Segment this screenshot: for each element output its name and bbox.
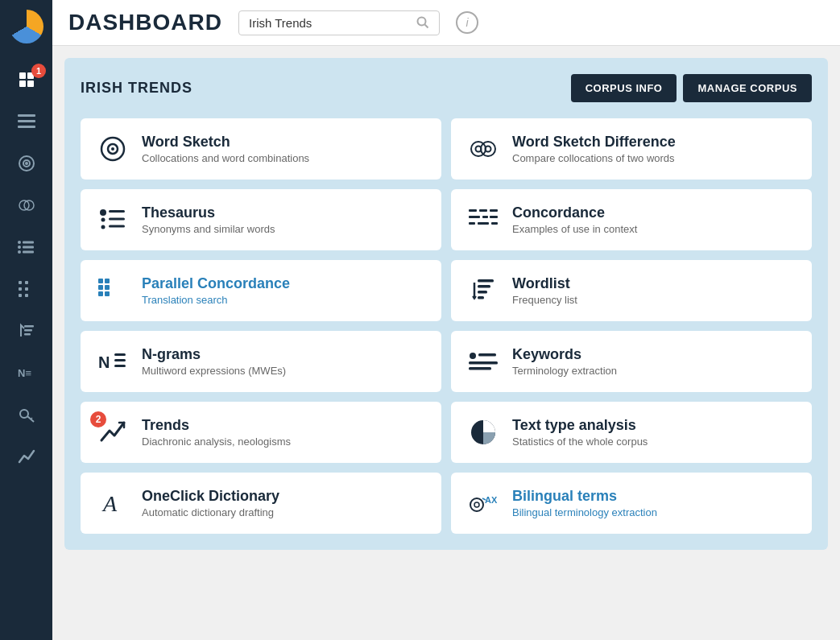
word-sketch-diff-name: Word Sketch Difference <box>512 134 676 151</box>
svg-rect-57 <box>98 285 103 290</box>
wordlist-desc: Frequency list <box>512 294 577 306</box>
svg-rect-4 <box>18 114 35 117</box>
svg-point-38 <box>481 142 495 156</box>
svg-point-28 <box>20 410 28 418</box>
bullet-list-icon <box>18 240 35 254</box>
trends-name: Trends <box>142 417 291 434</box>
svg-rect-52 <box>469 222 475 225</box>
svg-rect-45 <box>109 225 125 228</box>
sidebar-item-sort[interactable] <box>0 310 52 352</box>
concordance-desc: Examples of use in context <box>512 223 637 235</box>
tool-card-word-sketch-difference[interactable]: Word Sketch Difference Compare collocati… <box>451 118 812 180</box>
tool-card-thesaurus[interactable]: Thesaurus Synonyms and similar words <box>81 189 441 250</box>
svg-rect-20 <box>19 287 22 291</box>
trends-sidebar-icon <box>18 448 35 465</box>
sidebar-item-trends[interactable] <box>0 436 52 477</box>
tool-card-trends[interactable]: 2 Trends Diachronic analysis, neologisms <box>81 402 441 463</box>
tool-card-text-type-analysis[interactable]: Text type analysis Statistics of the who… <box>451 402 812 463</box>
svg-text:AX: AX <box>485 495 498 505</box>
svg-text:N≡: N≡ <box>18 367 31 379</box>
key-icon <box>18 406 35 423</box>
svg-rect-26 <box>24 333 31 336</box>
trends-desc: Diachronic analysis, neologisms <box>142 436 291 448</box>
svg-point-44 <box>101 225 106 229</box>
header: DASHBOARD i <box>52 0 840 46</box>
tool-card-word-sketch[interactable]: Word Sketch Collocations and word combin… <box>81 118 441 180</box>
svg-rect-68 <box>114 365 126 367</box>
corpus-info-button[interactable]: CORPUS INFO <box>571 74 677 102</box>
thesaurus-icon <box>97 204 129 236</box>
wordlist-name: Wordlist <box>512 275 577 292</box>
svg-point-16 <box>18 250 21 254</box>
tool-card-bilingual-terms[interactable]: AX Bilingual terms Bilingual terminology… <box>451 473 812 534</box>
ngrams-icon: N <box>97 345 129 378</box>
sort-icon <box>18 322 35 340</box>
dashboard-content: IRISH TRENDS CORPUS INFO MANAGE CORPUS <box>52 46 840 640</box>
sidebar-item-concordance[interactable] <box>0 142 52 184</box>
trends-badge: 2 <box>90 411 106 427</box>
corpus-panel: IRISH TRENDS CORPUS INFO MANAGE CORPUS <box>64 58 828 550</box>
sidebar-item-grid[interactable]: 1 <box>0 59 52 101</box>
svg-point-42 <box>101 218 106 222</box>
svg-rect-21 <box>25 287 28 291</box>
app-logo[interactable] <box>0 0 52 52</box>
svg-rect-46 <box>469 209 477 212</box>
oneclick-desc: Automatic dictionary drafting <box>142 506 279 518</box>
tool-card-keywords[interactable]: Keywords Terminology extraction <box>451 331 812 392</box>
sidebar-item-wsd[interactable] <box>0 184 52 226</box>
text-type-icon <box>467 416 499 448</box>
thesaurus-name: Thesaurus <box>142 204 275 221</box>
svg-rect-19 <box>25 281 28 284</box>
tool-card-parallel-concordance[interactable]: Parallel Concordance Translation search <box>81 260 441 321</box>
parallel-concordance-icon <box>97 275 129 307</box>
tool-card-wordlist[interactable]: Wordlist Frequency list <box>451 260 812 321</box>
svg-point-76 <box>474 502 479 507</box>
search-bar <box>238 10 440 35</box>
sidebar-item-bullet[interactable] <box>0 226 52 268</box>
svg-rect-47 <box>479 209 487 212</box>
svg-rect-17 <box>23 251 34 254</box>
svg-point-35 <box>111 147 114 151</box>
svg-rect-13 <box>23 242 34 244</box>
text-type-name: Text type analysis <box>512 417 648 434</box>
sidebar-item-key[interactable] <box>0 394 52 436</box>
svg-rect-49 <box>469 216 480 218</box>
svg-rect-25 <box>24 329 32 332</box>
manage-corpus-button[interactable]: MANAGE CORPUS <box>683 74 812 102</box>
thesaurus-desc: Synonyms and similar words <box>142 223 275 235</box>
svg-rect-67 <box>114 359 126 361</box>
tool-card-ngrams[interactable]: N N-grams Multiword expressions (MWEs) <box>81 331 441 392</box>
svg-rect-60 <box>105 291 110 296</box>
bilingual-desc: Bilingual terminology extraction <box>512 506 657 518</box>
corpus-header: IRISH TRENDS CORPUS INFO MANAGE CORPUS <box>81 74 812 102</box>
svg-rect-55 <box>98 279 103 283</box>
svg-rect-54 <box>491 222 498 225</box>
sidebar-badge-1: 1 <box>31 64 46 78</box>
sidebar-item-hierarchy[interactable] <box>0 268 52 310</box>
svg-rect-48 <box>490 209 498 212</box>
double-circle-icon <box>18 196 35 214</box>
svg-point-12 <box>18 241 21 244</box>
text-type-desc: Statistics of the whole corpus <box>512 436 648 448</box>
svg-rect-72 <box>469 367 491 370</box>
search-input[interactable] <box>249 16 410 30</box>
wordlist-icon <box>467 275 499 307</box>
svg-point-14 <box>18 246 21 249</box>
svg-rect-6 <box>18 126 35 128</box>
tool-card-oneclick-dictionary[interactable]: A OneClick Dictionary Automatic dictiona… <box>81 473 441 534</box>
concordance-name: Concordance <box>512 204 637 221</box>
parallel-concordance-name: Parallel Concordance <box>142 275 290 292</box>
sidebar-item-ngrams[interactable]: N≡ <box>0 352 52 394</box>
tool-card-concordance[interactable]: Concordance Examples of use in context <box>451 189 812 250</box>
bilingual-name: Bilingual terms <box>512 488 657 505</box>
list-icon <box>18 114 35 129</box>
svg-rect-43 <box>109 218 125 221</box>
info-button[interactable]: i <box>456 11 478 34</box>
corpus-title: IRISH TRENDS <box>81 80 192 97</box>
word-sketch-icon <box>97 133 129 165</box>
page-title: DASHBOARD <box>68 10 222 35</box>
word-sketch-diff-icon <box>467 133 499 165</box>
keywords-icon <box>467 345 499 378</box>
sidebar-item-list[interactable] <box>0 101 52 142</box>
svg-rect-50 <box>482 216 488 218</box>
